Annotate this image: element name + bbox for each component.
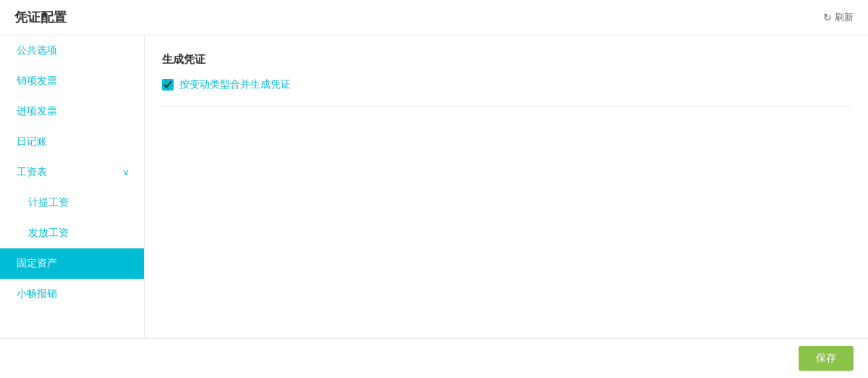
- sidebar: 公共选项销项发票进项发票日记账工资表∨计提工资发放工资固定资产小畅报销: [0, 35, 145, 338]
- refresh-icon: ↻: [823, 12, 832, 23]
- section-divider: [162, 106, 851, 106]
- sidebar-label-fixed-assets: 固定资产: [17, 257, 57, 270]
- sidebar-item-public-options[interactable]: 公共选项: [0, 35, 144, 66]
- content-area: 生成凭证 按变动类型合并生成凭证: [145, 35, 868, 338]
- sidebar-label-expense-claims: 小畅报销: [17, 287, 57, 301]
- sidebar-item-accrual-salary[interactable]: 计提工资: [0, 188, 144, 218]
- main-layout: 公共选项销项发票进项发票日记账工资表∨计提工资发放工资固定资产小畅报销 生成凭证…: [0, 35, 868, 338]
- sidebar-item-expense-claims[interactable]: 小畅报销: [0, 279, 144, 309]
- refresh-button[interactable]: ↻ 刷新: [823, 11, 854, 24]
- sidebar-label-journal: 日记账: [17, 135, 47, 148]
- page-header: 凭证配置 ↻ 刷新: [0, 0, 868, 35]
- refresh-label: 刷新: [835, 11, 854, 24]
- sidebar-label-sales-invoice: 销项发票: [17, 75, 57, 88]
- sidebar-item-purchase-invoice[interactable]: 进项发票: [0, 96, 144, 127]
- section-title: 生成凭证: [162, 53, 851, 67]
- sidebar-item-fixed-assets[interactable]: 固定资产: [0, 248, 144, 279]
- merge-voucher-checkbox[interactable]: [162, 79, 174, 91]
- merge-voucher-label[interactable]: 按变动类型合并生成凭证: [179, 78, 291, 91]
- save-button[interactable]: 保存: [799, 346, 854, 371]
- sidebar-item-pay-salary[interactable]: 发放工资: [0, 218, 144, 248]
- sidebar-label-purchase-invoice: 进项发票: [17, 105, 57, 118]
- page-title: 凭证配置: [14, 9, 67, 26]
- sidebar-label-accrual-salary: 计提工资: [28, 196, 69, 209]
- sidebar-item-journal[interactable]: 日记账: [0, 127, 144, 157]
- page-footer: 保存: [0, 338, 868, 378]
- sidebar-label-payroll: 工资表: [17, 166, 47, 179]
- chevron-down-icon: ∨: [123, 167, 129, 177]
- sidebar-item-payroll[interactable]: 工资表∨: [0, 157, 144, 188]
- sidebar-label-public-options: 公共选项: [17, 44, 57, 57]
- sidebar-item-sales-invoice[interactable]: 销项发票: [0, 66, 144, 96]
- merge-voucher-row: 按变动类型合并生成凭证: [162, 78, 851, 91]
- sidebar-label-pay-salary: 发放工资: [28, 227, 69, 240]
